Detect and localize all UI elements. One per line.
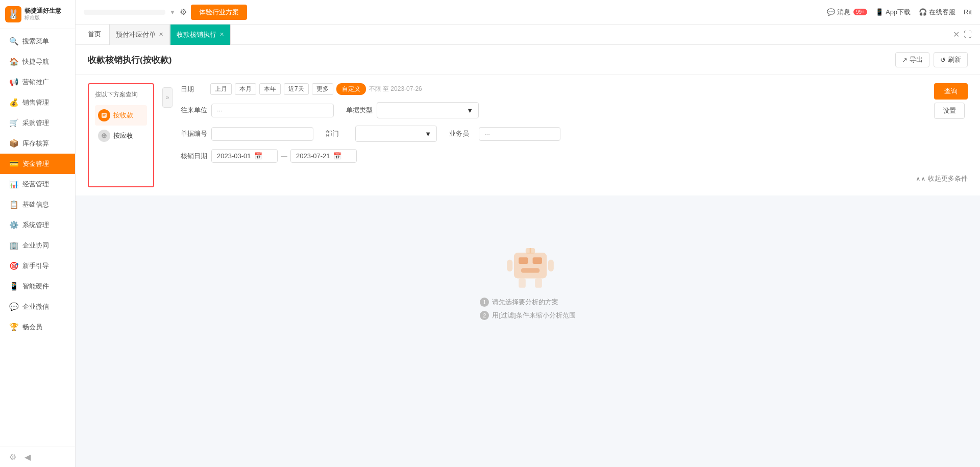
- sidebar-item-label: 经营管理: [22, 180, 49, 189]
- sidebar-item-label: 企业协同: [22, 241, 49, 250]
- filter-actions-right: 查询 设置: [934, 83, 968, 119]
- tab-expand-icon[interactable]: ⛶: [964, 30, 972, 39]
- user-avatar[interactable]: Rit: [964, 8, 972, 16]
- receivable-icon-circle: [98, 130, 110, 142]
- bill-type-label: 单据类型: [346, 106, 373, 115]
- filter-row-billno: 单据编号 部门 ▼ 业务员: [181, 126, 926, 142]
- basic-icon: 📋: [9, 200, 18, 209]
- settings-icon[interactable]: ⚙: [9, 452, 16, 462]
- svg-rect-8: [533, 257, 542, 264]
- verify-date-start-input[interactable]: 2023-03-01 📅: [211, 149, 278, 163]
- empty-state: 1 请先选择要分析的方案 2 用[过滤]条件来缩小分析范围: [76, 195, 980, 363]
- sidebar-item-inventory[interactable]: 📦 库存核算: [0, 133, 75, 154]
- sidebar-item-search-menu[interactable]: 🔍 搜索菜单: [0, 31, 75, 52]
- date-btn-this-year[interactable]: 本年: [259, 83, 281, 95]
- filter-by-receipt[interactable]: 按收款: [95, 105, 147, 126]
- tab-close-all-icon[interactable]: ✕: [953, 30, 960, 39]
- export-button[interactable]: ↗ 导出: [895, 52, 929, 67]
- collapse-sidebar-icon[interactable]: ◀: [24, 452, 31, 462]
- filter-field-counterpart: 往来单位 ···: [181, 104, 334, 117]
- bill-type-dropdown-icon: ▼: [467, 107, 473, 114]
- bill-no-input[interactable]: [211, 127, 313, 141]
- sidebar-item-label: 畅会员: [22, 323, 42, 332]
- app-download-button[interactable]: 📱 App下载: [875, 8, 911, 17]
- app-download-label: App下载: [886, 8, 911, 17]
- date-btn-more[interactable]: 更多: [312, 83, 333, 95]
- sidebar-item-member[interactable]: 🏆 畅会员: [0, 317, 75, 337]
- sidebar-item-finance[interactable]: 💳 资金管理: [0, 154, 75, 174]
- finance-icon: 💳: [9, 159, 18, 168]
- refresh-icon: ↺: [940, 56, 946, 64]
- topbar-search-placeholder[interactable]: [84, 10, 165, 15]
- svg-rect-7: [519, 257, 528, 264]
- sidebar-item-basic[interactable]: 📋 基础信息: [0, 194, 75, 215]
- tab-collection-close-icon[interactable]: ✕: [219, 31, 224, 38]
- industry-solution-button[interactable]: 体验行业方案: [191, 5, 247, 20]
- sidebar-item-quick-nav[interactable]: 🏠 快捷导航: [0, 52, 75, 72]
- filter-field-dept: 部门 ▼: [326, 126, 437, 142]
- logo-text: 畅捷通好生意 标准版: [24, 7, 61, 21]
- filter-field-staff: 业务员 ···: [449, 127, 560, 141]
- sidebar-item-label: 营销推广: [22, 78, 49, 87]
- sidebar-item-system[interactable]: ⚙️ 系统管理: [0, 215, 75, 235]
- verify-date-end-input[interactable]: 2023-07-21 📅: [290, 149, 357, 163]
- sidebar-item-wechat[interactable]: 💬 企业微信: [0, 297, 75, 317]
- svg-rect-9: [521, 268, 540, 273]
- date-buttons: 上月 本月 本年 近7天 更多 自定义 不限 至 2023-07-26: [210, 83, 422, 95]
- logo-icon: 🐰: [5, 6, 21, 22]
- topbar: ▼ ⚙ 体验行业方案 💬 消息 99+ 📱 App下载 🎧 在线客服 Rit: [76, 0, 980, 24]
- setting-button[interactable]: 设置: [934, 103, 965, 119]
- svg-rect-14: [519, 279, 526, 288]
- sidebar-item-label: 库存核算: [22, 139, 49, 148]
- filter-area: 按以下方案查询 按收款: [76, 75, 980, 195]
- collapse-left-panel-button[interactable]: »: [162, 87, 173, 108]
- dept-select[interactable]: ▼: [355, 126, 437, 142]
- sidebar-logo: 🐰 畅捷通好生意 标准版: [0, 0, 75, 29]
- sidebar-bottom: ⚙ ◀: [0, 447, 75, 467]
- sidebar-item-sales[interactable]: 💰 销售管理: [0, 92, 75, 113]
- sidebar-item-purchase[interactable]: 🛒 采购管理: [0, 113, 75, 133]
- search-menu-icon: 🔍: [9, 37, 18, 46]
- counterpart-input[interactable]: ···: [211, 104, 334, 117]
- svg-rect-6: [514, 253, 547, 278]
- sidebar-item-guide[interactable]: 🎯 新手引导: [0, 256, 75, 276]
- sidebar-item-hardware[interactable]: 📱 智能硬件: [0, 276, 75, 297]
- message-badge: 99+: [853, 9, 867, 15]
- date-btn-last-month[interactable]: 上月: [210, 83, 232, 95]
- sidebar-item-enterprise[interactable]: 🏢 企业协同: [0, 235, 75, 256]
- online-service-button[interactable]: 🎧 在线客服: [919, 8, 955, 17]
- collapse-conditions-button[interactable]: ∧∧ 收起更多条件: [916, 174, 968, 183]
- staff-input[interactable]: ···: [479, 127, 560, 141]
- user-name: Rit: [964, 8, 972, 16]
- sidebar-item-marketing[interactable]: 📢 营销推广: [0, 72, 75, 92]
- sidebar-item-label: 智能硬件: [22, 282, 49, 291]
- receipt-icon-circle: [98, 109, 110, 121]
- tab-prepay[interactable]: 预付冲应付单 ✕: [109, 24, 170, 45]
- member-icon: 🏆: [9, 323, 18, 332]
- topbar-settings-icon[interactable]: ⚙: [180, 7, 187, 17]
- filter-left-panel: 按以下方案查询 按收款: [88, 83, 154, 187]
- date-btn-7days[interactable]: 近7天: [284, 83, 309, 95]
- tab-collection[interactable]: 收款核销执行 ✕: [170, 24, 231, 45]
- sidebar-nav: 🔍 搜索菜单 🏠 快捷导航 📢 营销推广 💰 销售管理 🛒 采购管理 📦 库存核…: [0, 29, 75, 447]
- filter-by-receivable[interactable]: 按应收: [95, 126, 147, 146]
- date-btn-this-month[interactable]: 本月: [235, 83, 256, 95]
- hint-num-2: 2: [480, 311, 489, 320]
- filter-panel-title: 按以下方案查询: [95, 90, 147, 99]
- main-area: ▼ ⚙ 体验行业方案 💬 消息 99+ 📱 App下载 🎧 在线客服 Rit: [76, 0, 980, 467]
- refresh-button[interactable]: ↺ 刷新: [934, 52, 968, 67]
- sidebar-item-operation[interactable]: 📊 经营管理: [0, 174, 75, 194]
- counterpart-label: 往来单位: [181, 106, 207, 115]
- tab-prepay-close-icon[interactable]: ✕: [159, 31, 163, 38]
- hint-num-1: 1: [480, 298, 489, 307]
- sidebar-item-label: 搜索菜单: [22, 37, 49, 46]
- bill-no-label: 单据编号: [181, 129, 207, 138]
- page-title: 收款核销执行(按收款): [88, 54, 172, 73]
- date-label: 日期: [181, 85, 206, 94]
- calendar-end-icon: 📅: [333, 152, 341, 160]
- bill-type-select[interactable]: ▼: [377, 102, 479, 118]
- query-button[interactable]: 查询: [934, 83, 968, 100]
- tab-home[interactable]: 首页: [80, 24, 109, 45]
- message-button[interactable]: 💬 消息 99+: [827, 8, 867, 17]
- date-btn-custom[interactable]: 自定义: [336, 83, 366, 95]
